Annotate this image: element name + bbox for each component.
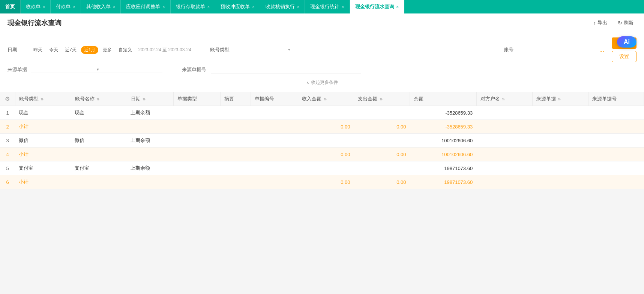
date-btn-custom[interactable]: 自定义 [116, 46, 134, 54]
nav-bank-deposit[interactable]: 银行存取款单 × [171, 0, 215, 13]
cell-doc-no [251, 148, 298, 161]
cell-summary [221, 106, 251, 120]
date-btn-7days[interactable]: 近7天 [63, 46, 79, 54]
nav-adjustment-close[interactable]: × [162, 4, 165, 9]
settings-button[interactable]: 设置 [612, 51, 636, 62]
col-doc-type-label: 单据类型 [177, 96, 197, 101]
cell-doc-type [173, 161, 221, 175]
cell-doc-type [173, 148, 221, 161]
top-navigation: 首页 收款单 × 付款单 × 其他收入单 × 应收应付调整单 × 银行存取款单 … [0, 0, 644, 13]
cell-index: 6 [0, 175, 15, 189]
col-summary[interactable]: 摘要 [221, 92, 251, 106]
nav-stats[interactable]: 现金银行统计 × [305, 0, 350, 13]
nav-advance[interactable]: 预收冲应收单 × [215, 0, 260, 13]
nav-other-income-label: 其他收入单 [86, 3, 111, 10]
col-income[interactable]: 收入金额 ⇅ [298, 92, 354, 106]
nav-writeoff-close[interactable]: × [297, 4, 299, 9]
nav-home-label: 首页 [5, 3, 15, 10]
cell-account-type: 小计 [15, 120, 71, 134]
col-account-type[interactable]: 账号类型 ⇅ [15, 92, 71, 106]
cell-index: 3 [0, 134, 15, 148]
cell-account-type: 小计 [15, 148, 71, 161]
col-account-type-label: 账号类型 [19, 96, 39, 101]
date-range: 2023-02-24 至 2023-03-24 [138, 47, 191, 53]
cell-expense: 0.00 [354, 175, 410, 189]
nav-cashflow[interactable]: 现金银行流水查询 × [350, 0, 404, 13]
export-button[interactable]: ↑ 导出 [590, 18, 610, 28]
col-source-doc-no[interactable]: 来源单据号 [588, 92, 644, 106]
cell-expense [354, 134, 410, 148]
nav-advance-close[interactable]: × [252, 4, 254, 9]
collapse-bar[interactable]: ∧ 收起更多条件 [8, 77, 636, 88]
source-doc-no-section: 来源单据号 [182, 66, 361, 73]
account-input[interactable] [529, 46, 596, 53]
date-btn-more[interactable]: 更多 [101, 46, 114, 54]
col-doc-type[interactable]: 单据类型 [173, 92, 221, 106]
cell-summary [221, 161, 251, 175]
cell-income [298, 134, 354, 148]
source-doc-select[interactable]: ▾ [31, 66, 162, 73]
cell-balance: 19871073.60 [410, 175, 477, 189]
nav-stats-close[interactable]: × [342, 4, 344, 9]
ai-label: Ai [624, 39, 630, 45]
source-doc-label: 来源单据 [8, 66, 28, 73]
collapse-label: 收起更多条件 [311, 79, 338, 86]
cell-index: 4 [0, 148, 15, 161]
nav-other-income[interactable]: 其他收入单 × [81, 0, 121, 13]
cell-source-doc [532, 175, 588, 189]
col-account-name[interactable]: 账号名称 ⇅ [71, 92, 127, 106]
col-gear[interactable]: ⚙ [0, 92, 15, 106]
cell-source-doc [532, 120, 588, 134]
cell-doc-no [251, 175, 298, 189]
col-source-doc-no-label: 来源单据号 [592, 96, 617, 101]
account-type-section: 账号类型 ▾ [210, 46, 489, 53]
gear-icon[interactable]: ⚙ [5, 96, 10, 102]
nav-bank-deposit-close[interactable]: × [207, 4, 210, 9]
col-income-label: 收入金额 [302, 96, 321, 101]
filter-row-2: 来源单据 ▾ 来源单据号 [8, 66, 636, 73]
cell-index: 5 [0, 161, 15, 175]
col-doc-no[interactable]: 单据编号 [251, 92, 298, 106]
account-dots-button[interactable]: ... [599, 46, 604, 53]
account-input-wrapper: ... [527, 45, 606, 54]
table-row: 6小计0.000.0019871073.60 [0, 175, 644, 189]
date-btn-today[interactable]: 今天 [47, 46, 60, 54]
cell-income [298, 161, 354, 175]
source-doc-no-input[interactable] [211, 66, 361, 73]
ai-badge[interactable]: Ai [617, 36, 636, 48]
col-date[interactable]: 日期 ⇅ [127, 92, 173, 106]
cell-expense: 0.00 [354, 120, 410, 134]
cell-account-name [71, 175, 127, 189]
account-label: 账号 [504, 46, 524, 53]
nav-payments[interactable]: 付款单 × [51, 0, 81, 13]
sort-icon-counterpart: ⇅ [502, 97, 505, 101]
refresh-button[interactable]: ↻ 刷新 [615, 18, 636, 28]
cell-income: 0.00 [298, 175, 354, 189]
col-expense-label: 支出金额 [358, 96, 377, 101]
cell-balance: 19871073.60 [410, 161, 477, 175]
col-source-doc[interactable]: 来源单据 ⇅ [532, 92, 588, 106]
nav-home[interactable]: 首页 [0, 0, 21, 13]
cell-date: 上期余额 [127, 134, 173, 148]
nav-other-income-close[interactable]: × [113, 4, 115, 9]
cell-balance: -3528659.33 [410, 120, 477, 134]
col-balance[interactable]: 余额 [410, 92, 477, 106]
nav-advance-label: 预收冲应收单 [221, 3, 250, 10]
col-counterpart[interactable]: 对方户名 ⇅ [476, 92, 532, 106]
cell-counterpart [476, 148, 532, 161]
nav-adjustment[interactable]: 应收应付调整单 × [121, 0, 170, 13]
cell-date [127, 120, 173, 134]
nav-cashflow-label: 现金银行流水查询 [355, 3, 394, 10]
date-btn-1month[interactable]: 近1月 [81, 46, 99, 54]
header-actions: ↑ 导出 ↻ 刷新 [590, 18, 636, 28]
date-btn-yesterday[interactable]: 昨天 [31, 46, 45, 54]
nav-receipts-close[interactable]: × [43, 4, 45, 9]
nav-receipts[interactable]: 收款单 × [21, 0, 51, 13]
sort-icon-expense: ⇅ [380, 97, 383, 101]
col-expense[interactable]: 支出金额 ⇅ [354, 92, 410, 106]
cell-index: 1 [0, 106, 15, 120]
nav-cashflow-close[interactable]: × [396, 4, 399, 9]
nav-writeoff[interactable]: 收款核销执行 × [260, 0, 305, 13]
nav-payments-close[interactable]: × [73, 4, 75, 9]
account-type-select[interactable]: ▾ [236, 46, 341, 53]
